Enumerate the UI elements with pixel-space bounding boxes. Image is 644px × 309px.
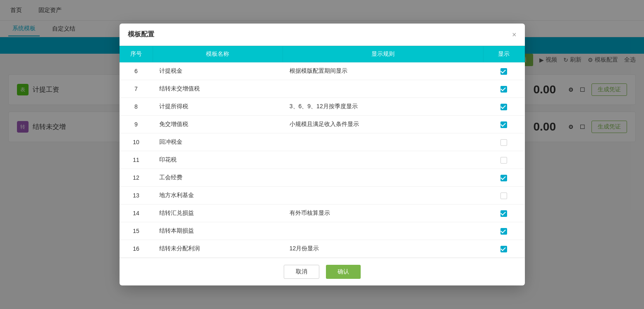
table-row: 16结转未分配利润12月份显示	[120, 240, 524, 258]
cell-show	[483, 151, 524, 169]
table-row: 6计提税金根据模版配置期间显示	[120, 62, 524, 80]
cell-index: 7	[120, 80, 153, 98]
checkbox-show-11[interactable]	[500, 157, 507, 164]
cell-rule	[283, 133, 483, 151]
table-row: 13地方水利基金	[120, 187, 524, 204]
table-body: 6计提税金根据模版配置期间显示7结转未交增值税8计提所得税3、6、9、12月按季…	[120, 62, 524, 258]
cell-show	[483, 98, 524, 116]
table-row: 14结转汇兑损益有外币核算显示	[120, 204, 524, 222]
checkbox-show-16[interactable]	[500, 246, 507, 252]
checkbox-show-6[interactable]	[500, 68, 507, 75]
cell-index: 8	[120, 98, 153, 116]
cell-show	[483, 80, 524, 98]
cell-name: 回冲税金	[153, 133, 283, 151]
cell-show	[483, 169, 524, 187]
col-header-index: 序号	[120, 46, 153, 62]
cell-rule	[283, 187, 483, 204]
config-table: 序号 模板名称 显示规则 显示 6计提税金根据模版配置期间显示7结转未交增值税8…	[120, 46, 525, 258]
modal-footer: 取消 确认	[120, 258, 525, 285]
cell-name: 计提所得税	[153, 98, 283, 116]
cell-rule: 有外币核算显示	[283, 204, 483, 222]
table-row: 15结转本期损益	[120, 222, 524, 240]
checkbox-show-14[interactable]	[500, 210, 507, 217]
cell-show	[483, 240, 524, 258]
cell-rule: 3、6、9、12月按季度显示	[283, 98, 483, 116]
cell-name: 结转未交增值税	[153, 80, 283, 98]
cell-name: 结转汇兑损益	[153, 204, 283, 222]
col-header-show: 显示	[483, 46, 524, 62]
modal-template-config: 模板配置 × 序号 模板名称 显示规则 显示 6计提税金根据模版配置期间显示7结…	[120, 24, 525, 285]
modal-header: 模板配置 ×	[120, 24, 525, 46]
modal-close-button[interactable]: ×	[512, 31, 517, 38]
cell-name: 工会经费	[153, 169, 283, 187]
table-row: 8计提所得税3、6、9、12月按季度显示	[120, 98, 524, 116]
cell-index: 15	[120, 222, 153, 240]
cell-index: 11	[120, 151, 153, 169]
cell-name: 印花税	[153, 151, 283, 169]
cell-index: 10	[120, 133, 153, 151]
modal-body: 序号 模板名称 显示规则 显示 6计提税金根据模版配置期间显示7结转未交增值税8…	[120, 46, 525, 258]
cell-index: 14	[120, 204, 153, 222]
cell-show	[483, 133, 524, 151]
checkbox-show-8[interactable]	[500, 104, 507, 110]
cell-rule	[283, 222, 483, 240]
cell-show	[483, 222, 524, 240]
table-row: 7结转未交增值税	[120, 80, 524, 98]
cell-rule	[283, 169, 483, 187]
checkbox-show-15[interactable]	[500, 228, 507, 235]
cell-show	[483, 62, 524, 80]
checkbox-show-7[interactable]	[500, 86, 507, 93]
table-row: 12工会经费	[120, 169, 524, 187]
cell-index: 12	[120, 169, 153, 187]
table-row: 9免交增值税小规模且满足收入条件显示	[120, 116, 524, 133]
cell-name: 结转本期损益	[153, 222, 283, 240]
checkbox-show-13[interactable]	[500, 193, 507, 199]
col-header-rule: 显示规则	[283, 46, 483, 62]
checkbox-show-10[interactable]	[500, 139, 507, 146]
cancel-button[interactable]: 取消	[284, 265, 319, 279]
cell-rule: 12月份显示	[283, 240, 483, 258]
checkbox-show-9[interactable]	[500, 121, 507, 128]
modal-title: 模板配置	[128, 30, 154, 39]
cell-rule	[283, 151, 483, 169]
cell-show	[483, 204, 524, 222]
checkbox-show-12[interactable]	[500, 175, 507, 181]
cell-index: 13	[120, 187, 153, 204]
cell-rule	[283, 80, 483, 98]
cell-name: 免交增值税	[153, 116, 283, 133]
col-header-name: 模板名称	[153, 46, 283, 62]
table-row: 11印花税	[120, 151, 524, 169]
cell-name: 地方水利基金	[153, 187, 283, 204]
table-row: 10回冲税金	[120, 133, 524, 151]
table-header: 序号 模板名称 显示规则 显示	[120, 46, 524, 62]
cell-name: 计提税金	[153, 62, 283, 80]
modal-overlay: 模板配置 × 序号 模板名称 显示规则 显示 6计提税金根据模版配置期间显示7结…	[0, 0, 644, 309]
cell-name: 结转未分配利润	[153, 240, 283, 258]
cell-rule: 根据模版配置期间显示	[283, 62, 483, 80]
cell-index: 9	[120, 116, 153, 133]
cell-index: 6	[120, 62, 153, 80]
cell-index: 16	[120, 240, 153, 258]
cell-show	[483, 116, 524, 133]
cell-show	[483, 187, 524, 204]
confirm-button[interactable]: 确认	[326, 265, 361, 279]
cell-rule: 小规模且满足收入条件显示	[283, 116, 483, 133]
